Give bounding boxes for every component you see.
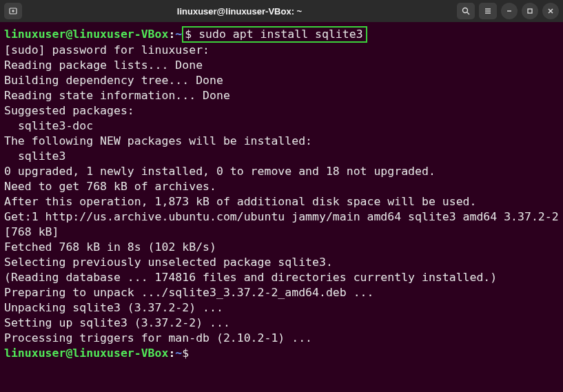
prompt-path-2: ~	[175, 347, 182, 360]
menu-button[interactable]	[479, 3, 497, 19]
svg-point-3	[463, 8, 468, 13]
terminal-body[interactable]: linuxuser@linuxuser-VBox:~$ sudo apt ins…	[0, 22, 563, 392]
prompt-symbol: $	[182, 347, 189, 360]
prompt-host-2: linuxuser@linuxuser-VBox	[4, 347, 168, 360]
prompt-colon-2: :	[168, 347, 175, 360]
command-highlight: $ sudo apt install sqlite3	[182, 26, 367, 43]
output-lines: [sudo] password for linuxuser: Reading p…	[4, 43, 563, 344]
prompt-colon: :	[168, 28, 175, 41]
minimize-button[interactable]	[501, 3, 518, 19]
titlebar-right	[457, 3, 559, 19]
new-tab-button[interactable]	[4, 3, 22, 19]
prompt-path: ~	[175, 28, 182, 41]
window-title: linuxuser@linuxuser-VBox: ~	[26, 6, 453, 17]
titlebar-left	[4, 3, 22, 19]
prompt-host: linuxuser@linuxuser-VBox	[4, 28, 168, 41]
titlebar: linuxuser@linuxuser-VBox: ~	[0, 0, 563, 22]
svg-rect-9	[528, 9, 532, 13]
search-button[interactable]	[457, 3, 475, 19]
svg-line-4	[467, 12, 469, 14]
close-button[interactable]	[542, 3, 559, 19]
maximize-button[interactable]	[522, 3, 538, 19]
